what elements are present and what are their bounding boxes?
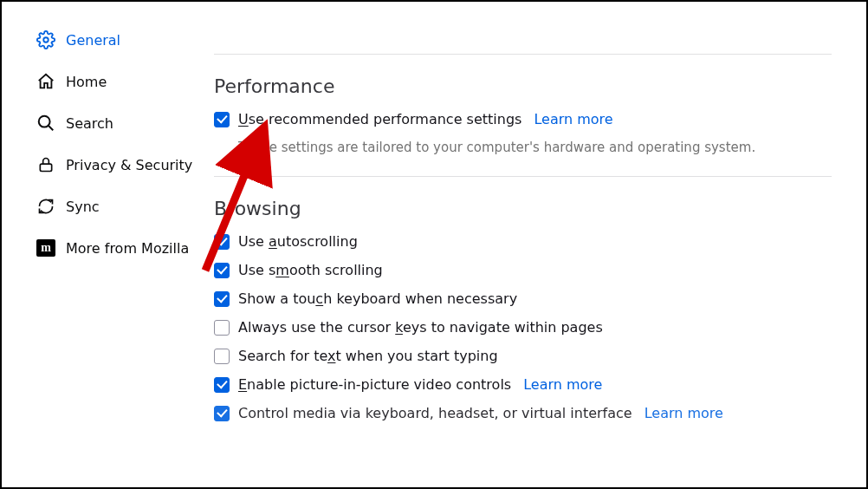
sidebar-item-sync[interactable]: Sync: [36, 186, 214, 227]
sidebar-item-more-mozilla[interactable]: m More from Mozilla: [36, 227, 214, 269]
option-row-touch-keyboard: Show a touch keyboard when necessary: [214, 290, 832, 307]
option-label: Use smooth scrolling: [238, 262, 383, 278]
sync-icon: [36, 197, 55, 216]
checkbox-touch-keyboard[interactable]: [214, 291, 230, 307]
checkbox-autoscrolling[interactable]: [214, 234, 230, 250]
option-row-autoscrolling: Use autoscrolling: [214, 233, 832, 250]
settings-window: General Home Search Privacy & Security S…: [0, 0, 868, 489]
option-label: Show a touch keyboard when necessary: [238, 290, 517, 307]
option-row-pip: Enable picture-in-picture video controls…: [214, 376, 832, 393]
svg-line-2: [49, 126, 54, 131]
checkbox-pip[interactable]: [214, 377, 230, 393]
divider: [214, 54, 832, 55]
checkbox-search-typing[interactable]: [214, 349, 230, 364]
checkbox-smooth-scrolling[interactable]: [214, 263, 230, 278]
section-title-performance: Performance: [214, 75, 832, 97]
option-label: Use autoscrolling: [238, 233, 358, 250]
option-label: Always use the cursor keys to navigate w…: [238, 319, 603, 336]
checkbox-cursor-keys[interactable]: [214, 320, 230, 336]
checkbox-recommended-performance[interactable]: [214, 112, 230, 127]
main-content: Performance Use recommended performance …: [214, 2, 866, 487]
divider: [214, 176, 832, 177]
sidebar-label: Privacy & Security: [66, 157, 192, 173]
search-icon: [36, 114, 55, 133]
option-row-smooth-scrolling: Use smooth scrolling: [214, 262, 832, 278]
learn-more-link[interactable]: Learn more: [645, 405, 723, 421]
home-icon: [36, 72, 55, 91]
sidebar-item-privacy[interactable]: Privacy & Security: [36, 144, 214, 186]
learn-more-link[interactable]: Learn more: [534, 111, 612, 127]
section-title-browsing: Browsing: [214, 198, 832, 219]
sidebar-label: Search: [66, 115, 113, 132]
sidebar-item-search[interactable]: Search: [36, 102, 214, 144]
sidebar-item-home[interactable]: Home: [36, 61, 214, 102]
gear-icon: [36, 30, 55, 49]
svg-point-1: [39, 116, 50, 127]
option-row-search-typing: Search for text when you start typing: [214, 348, 832, 364]
option-label: Use recommended performance settings: [238, 111, 521, 127]
sidebar-item-general[interactable]: General: [36, 19, 214, 61]
sidebar-label: General: [66, 32, 120, 49]
svg-point-0: [43, 37, 49, 42]
option-row-media-keyboard: Control media via keyboard, headset, or …: [214, 405, 832, 421]
mozilla-icon: m: [36, 238, 55, 258]
sidebar-label: Home: [66, 74, 107, 90]
sidebar-label: More from Mozilla: [66, 240, 189, 257]
svg-rect-3: [40, 164, 51, 171]
lock-icon: [36, 155, 55, 174]
sidebar-label: Sync: [66, 199, 100, 215]
option-label: Control media via keyboard, headset, or …: [238, 405, 632, 421]
learn-more-link[interactable]: Learn more: [523, 376, 602, 393]
sidebar: General Home Search Privacy & Security S…: [2, 2, 214, 487]
option-label: Search for text when you start typing: [238, 348, 498, 364]
checkbox-media-keyboard[interactable]: [214, 406, 230, 421]
help-text: These settings are tailored to your comp…: [238, 140, 832, 155]
option-row-performance: Use recommended performance settings Lea…: [214, 111, 832, 127]
option-row-cursor-keys: Always use the cursor keys to navigate w…: [214, 319, 832, 336]
option-label: Enable picture-in-picture video controls: [238, 376, 511, 393]
